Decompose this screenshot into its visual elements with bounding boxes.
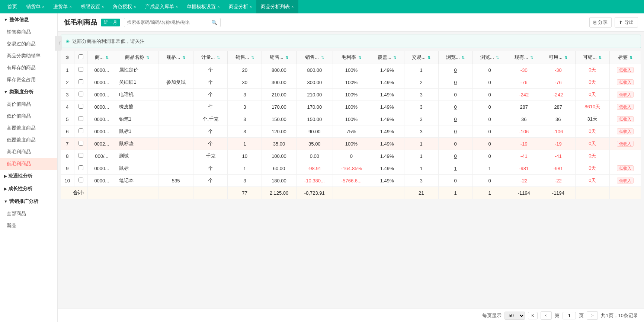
cell-b1: 0 bbox=[438, 125, 472, 138]
sidebar-item-high-value[interactable]: 高价值商品 bbox=[0, 98, 57, 110]
cell-checkbox[interactable] bbox=[74, 101, 87, 113]
close-permission-icon[interactable]: × bbox=[102, 4, 104, 9]
sidebar-item-all-goods[interactable]: 全部商品 bbox=[0, 208, 57, 220]
first-page-button[interactable]: K bbox=[528, 312, 538, 319]
cell-checkbox[interactable] bbox=[74, 113, 87, 125]
sidebar-item-stock-capital[interactable]: 库存资金占用 bbox=[0, 74, 57, 86]
row-checkbox[interactable] bbox=[79, 104, 83, 109]
th-available[interactable]: 可用... ⇅ bbox=[541, 51, 575, 64]
sidebar-section-marketing[interactable]: ▼ 营销推广分析 bbox=[0, 195, 57, 208]
sidebar-section-cluster[interactable]: ▼ 类聚度分析 bbox=[0, 86, 57, 98]
nav-home[interactable]: 首页 bbox=[3, 0, 22, 13]
total-unit bbox=[193, 187, 228, 199]
nav-sales[interactable]: 销货单 × bbox=[22, 0, 49, 13]
cell-b1: 0 bbox=[438, 175, 472, 187]
prev-page-button[interactable]: ＜ bbox=[541, 311, 552, 320]
row-checkbox[interactable] bbox=[79, 128, 83, 133]
sidebar-item-traded-goods[interactable]: 交易过的商品 bbox=[0, 38, 57, 50]
cell-rate1: -164.85% bbox=[333, 162, 370, 175]
row-checkbox[interactable] bbox=[79, 116, 83, 121]
th-saleable[interactable]: 可销... ⇅ bbox=[575, 51, 609, 64]
th-coverage[interactable]: 覆盖... ⇅ bbox=[370, 51, 404, 64]
th-tag[interactable]: 标签 ⇅ bbox=[609, 51, 641, 64]
page-number-input[interactable] bbox=[563, 312, 576, 319]
cell-cur: -30 bbox=[507, 64, 541, 76]
sidebar-section-growth[interactable]: ▶ 成长性分析 bbox=[0, 182, 57, 195]
close-product-entry-icon[interactable]: × bbox=[176, 4, 178, 9]
cell-checkbox[interactable] bbox=[74, 138, 87, 150]
close-analysis-icon[interactable]: × bbox=[250, 4, 252, 9]
cell-checkbox[interactable] bbox=[74, 162, 87, 175]
sidebar-item-new-goods[interactable]: 新品 bbox=[0, 220, 57, 232]
th-sale3[interactable]: 销售... ⇅ bbox=[296, 51, 333, 64]
sidebar-item-low-value[interactable]: 低价值商品 bbox=[0, 110, 57, 122]
nav-permission[interactable]: 权限设置 × bbox=[76, 0, 108, 13]
row-checkbox[interactable] bbox=[79, 178, 83, 182]
cell-checkbox[interactable] bbox=[74, 64, 87, 76]
sidebar-item-in-stock[interactable]: 有库存的商品 bbox=[0, 62, 57, 74]
row-checkbox[interactable] bbox=[79, 67, 83, 72]
close-purchase-icon[interactable]: × bbox=[69, 4, 71, 9]
total-sale bbox=[575, 187, 609, 199]
th-browse1[interactable]: 浏览... ⇅ bbox=[438, 51, 472, 64]
search-box[interactable]: 🔍 bbox=[124, 18, 221, 27]
date-badge[interactable]: 近一月 bbox=[101, 19, 120, 26]
sidebar-item-sales-goods[interactable]: 销售类商品 bbox=[0, 26, 57, 38]
cell-avail: -76 bbox=[541, 76, 575, 89]
row-checkbox[interactable] bbox=[79, 153, 83, 158]
th-current[interactable]: 现有... ⇅ bbox=[507, 51, 541, 64]
settings-icon[interactable]: ⚙ bbox=[65, 55, 70, 60]
cell-checkbox[interactable] bbox=[74, 76, 87, 89]
sidebar-item-low-coverage[interactable]: 低覆盖度商品 bbox=[0, 134, 57, 146]
search-icon[interactable]: 🔍 bbox=[211, 20, 217, 25]
nav-role[interactable]: 角色授权 × bbox=[108, 0, 140, 13]
th-trade[interactable]: 交易... ⇅ bbox=[404, 51, 438, 64]
row-checkbox[interactable] bbox=[79, 165, 83, 170]
th-spec[interactable]: 规格... ⇅ bbox=[158, 51, 193, 64]
sidebar-item-high-margin[interactable]: 高毛利商品 bbox=[0, 146, 57, 158]
header-actions: ⎘ 分享 ⬆ 导出 bbox=[589, 17, 638, 28]
cell-checkbox[interactable] bbox=[74, 125, 87, 138]
nav-product-analysis-list[interactable]: 商品分析列表 × bbox=[256, 0, 298, 13]
sidebar-item-category-rate[interactable]: 商品分类助销率 bbox=[0, 50, 57, 62]
cell-b2: 0 bbox=[472, 101, 507, 113]
th-sale1[interactable]: 销售... ⇅ bbox=[228, 51, 262, 64]
cell-avail: -41 bbox=[541, 150, 575, 162]
sidebar-item-high-coverage[interactable]: 高覆盖度商品 bbox=[0, 122, 57, 134]
share-button[interactable]: ⎘ 分享 bbox=[589, 17, 612, 28]
search-input[interactable] bbox=[127, 20, 210, 25]
cell-b2: 0 bbox=[472, 113, 507, 125]
row-checkbox[interactable] bbox=[79, 92, 83, 96]
sidebar-collapse-button[interactable]: 《 bbox=[55, 36, 62, 51]
close-role-icon[interactable]: × bbox=[134, 4, 136, 9]
total-pages-label: 共1页，10条记录 bbox=[601, 312, 638, 319]
total-s3: -8,723.91 bbox=[296, 187, 333, 199]
cell-checkbox[interactable] bbox=[74, 175, 87, 187]
nav-product-analysis[interactable]: 商品分析 × bbox=[224, 0, 256, 13]
th-sale2[interactable]: 销售... ⇅ bbox=[262, 51, 296, 64]
close-sales-icon[interactable]: × bbox=[42, 4, 44, 9]
th-settings[interactable]: ⚙ bbox=[61, 51, 74, 64]
th-unit[interactable]: 计量... ⇅ bbox=[193, 51, 228, 64]
cell-checkbox[interactable] bbox=[74, 150, 87, 162]
sidebar-section-flow[interactable]: ▶ 流通性分析 bbox=[0, 170, 57, 182]
sidebar-section-overall[interactable]: ▼ 整体信息 bbox=[0, 13, 57, 26]
th-code[interactable]: 商... ⇅ bbox=[87, 51, 116, 64]
export-button[interactable]: ⬆ 导出 bbox=[615, 17, 638, 28]
sidebar-item-low-margin[interactable]: 低毛利商品 bbox=[0, 158, 57, 170]
nav-purchase[interactable]: 进货单 × bbox=[49, 0, 76, 13]
row-checkbox[interactable] bbox=[79, 79, 83, 84]
cell-checkbox[interactable] bbox=[74, 89, 87, 101]
th-checkbox[interactable] bbox=[74, 51, 87, 64]
th-margin[interactable]: 毛利率 ⇅ bbox=[333, 51, 370, 64]
close-analysis-list-icon[interactable]: × bbox=[291, 4, 294, 9]
row-checkbox[interactable] bbox=[79, 141, 83, 146]
next-page-button[interactable]: ＞ bbox=[587, 311, 598, 320]
nav-template[interactable]: 单据模板设置 × bbox=[182, 0, 224, 13]
th-name[interactable]: 商品名称 ⇅ bbox=[116, 51, 158, 64]
per-page-select[interactable]: 50 100 200 bbox=[504, 312, 525, 320]
close-template-icon[interactable]: × bbox=[217, 4, 220, 9]
select-all-checkbox[interactable] bbox=[79, 54, 83, 59]
th-browse2[interactable]: 浏览... ⇅ bbox=[472, 51, 507, 64]
nav-product-entry[interactable]: 产成品入库单 × bbox=[141, 0, 182, 13]
